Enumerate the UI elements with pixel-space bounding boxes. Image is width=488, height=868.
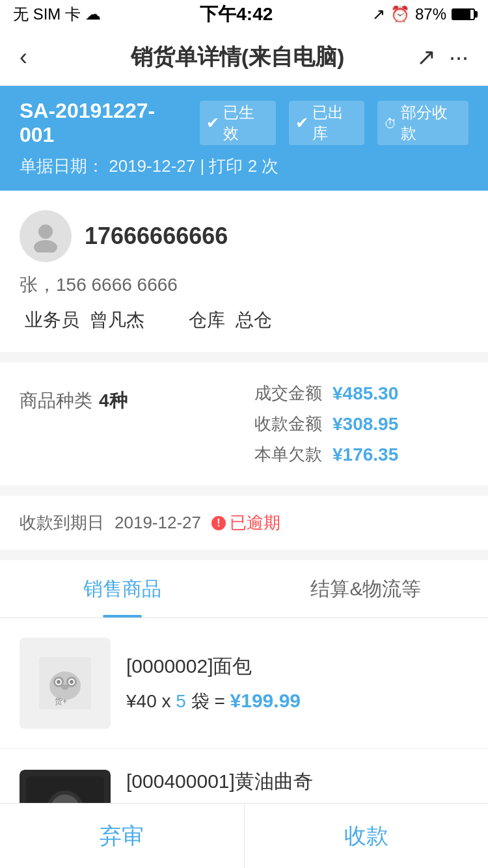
badge-activated: 已生效 — [200, 101, 275, 145]
customer-row: 17666666666 — [20, 210, 468, 262]
transaction-value: ¥485.30 — [332, 383, 398, 404]
product-types-label: 商品种类 — [20, 388, 92, 413]
customer-name-phone: 张，156 6666 6666 — [20, 273, 468, 297]
carrier-text: 无 SIM 卡 ☁ — [13, 4, 101, 25]
overdue-dot-icon: ! — [211, 516, 226, 530]
collect-payment-button[interactable]: 收款 — [245, 804, 489, 868]
product-code-2: [000400001] — [126, 770, 235, 792]
cancel-review-button[interactable]: 弃审 — [0, 804, 245, 868]
svg-text:货+: 货+ — [55, 697, 67, 706]
date-label: 单据日期： — [20, 156, 104, 176]
nav-actions: ↗ ··· — [416, 44, 468, 71]
svg-point-8 — [57, 680, 61, 684]
location-icon: ↗ — [372, 5, 385, 23]
transaction-label: 成交金额 — [244, 382, 322, 405]
due-date-label: 收款到期日 — [20, 511, 104, 534]
check-icon-1 — [206, 114, 219, 132]
status-right: ↗ ⏰ 87% — [372, 5, 475, 23]
received-label: 收款金额 — [244, 413, 322, 435]
header-banner: SA-20191227-001 已生效 已出库 部分收款 单据日期： 2019-… — [0, 86, 488, 191]
stats-section: 商品种类 4种 成交金额 ¥485.30 收款金额 ¥308.95 本单欠款 ¥… — [0, 362, 488, 485]
nav-bar: ‹ 销货单详情(来自电脑) ↗ ··· — [0, 29, 488, 86]
order-date: 2019-12-27 — [109, 156, 195, 176]
tab-sales[interactable]: 销售商品 — [0, 560, 244, 617]
header-date: 单据日期： 2019-12-27 | 打印 2 次 — [20, 155, 468, 178]
received-value: ¥308.95 — [332, 414, 398, 435]
customer-section: 17666666666 张，156 6666 6666 业务员 曾凡杰 仓库 总… — [0, 191, 488, 352]
print-suffix: 次 — [262, 156, 278, 176]
svg-point-9 — [70, 680, 74, 684]
product-name-1: [0000002]面包 — [126, 653, 468, 680]
back-button[interactable]: ‹ — [20, 44, 59, 71]
svg-point-1 — [34, 240, 57, 252]
due-date-value: 2019-12-27 — [115, 513, 201, 533]
tab-sales-label: 销售商品 — [83, 576, 161, 603]
total-1: ¥199.99 — [230, 690, 301, 711]
clock-icon — [384, 114, 397, 132]
svg-point-0 — [38, 224, 53, 239]
badge-activated-label: 已生效 — [223, 102, 269, 144]
unit-1: 袋 — [191, 691, 210, 711]
page-title: 销货单详情(来自电脑) — [59, 42, 416, 72]
badge-shipped: 已出库 — [289, 101, 364, 145]
equals-1: = — [214, 691, 230, 711]
financial-stats: 成交金额 ¥485.30 收款金额 ¥308.95 本单欠款 ¥176.35 — [244, 382, 468, 466]
tab-settlement[interactable]: 结算&物流等 — [244, 560, 488, 617]
overdue-badge: ! 已逾期 — [211, 511, 280, 534]
product-name-2: [000400001]黄油曲奇 — [126, 768, 468, 795]
customer-id: 17666666666 — [85, 223, 228, 250]
product-item: 货+ [0000002]面包 ¥40 x 5 袋 = ¥199.99 — [0, 618, 488, 749]
header-top: SA-20191227-001 已生效 已出库 部分收款 — [20, 99, 468, 147]
check-icon-2 — [295, 114, 308, 132]
tab-settlement-label: 结算&物流等 — [310, 576, 421, 603]
warehouse-label: 仓库 — [189, 310, 225, 330]
badge-shipped-label: 已出库 — [312, 102, 358, 144]
product-title-2: 黄油曲奇 — [235, 770, 313, 792]
product-price-1: ¥40 x 5 袋 = ¥199.99 — [126, 689, 468, 714]
product-types: 商品种类 4种 — [20, 382, 244, 413]
battery-icon — [452, 8, 475, 20]
salesman-label: 业务员 — [25, 310, 79, 330]
salesman-value: 曾凡杰 — [90, 310, 144, 330]
share-icon[interactable]: ↗ — [416, 44, 436, 71]
status-time: 下午4:42 — [200, 2, 273, 27]
debt-row: 本单欠款 ¥176.35 — [244, 443, 398, 466]
bottom-bar: 弃审 收款 — [0, 803, 488, 868]
product-types-value: 4种 — [99, 388, 128, 413]
warehouse-value: 总仓 — [236, 310, 272, 330]
badge-partial-label: 部分收款 — [401, 102, 462, 144]
debt-label: 本单欠款 — [244, 443, 322, 466]
price-base-1: ¥40 — [126, 691, 157, 711]
debt-value: ¥176.35 — [332, 444, 398, 465]
status-left: 无 SIM 卡 ☁ — [13, 4, 101, 25]
due-date-section: 收款到期日 2019-12-27 ! 已逾期 — [0, 496, 488, 550]
print-label: | 打印 — [200, 156, 243, 176]
overdue-label: 已逾期 — [230, 511, 280, 534]
avatar — [20, 210, 72, 262]
status-bar: 无 SIM 卡 ☁ 下午4:42 ↗ ⏰ 87% — [0, 0, 488, 29]
transaction-row: 成交金额 ¥485.30 — [244, 382, 398, 405]
multiply-1: x — [162, 691, 176, 711]
alarm-icon: ⏰ — [390, 5, 410, 23]
tabs-container: 销售商品 结算&物流等 — [0, 560, 488, 618]
badge-partial-payment: 部分收款 — [377, 101, 468, 145]
more-icon[interactable]: ··· — [449, 44, 468, 71]
print-count: 2 — [248, 156, 257, 176]
salesman-field: 业务员 曾凡杰 — [20, 308, 144, 332]
received-row: 收款金额 ¥308.95 — [244, 413, 398, 435]
warehouse-field: 仓库 总仓 — [183, 308, 272, 332]
product-info-1: [0000002]面包 ¥40 x 5 袋 = ¥199.99 — [126, 653, 468, 714]
product-code-1: [0000002] — [126, 655, 213, 677]
customer-meta: 业务员 曾凡杰 仓库 总仓 — [20, 308, 468, 332]
qty-1: 5 — [176, 691, 186, 711]
product-thumb-1: 货+ — [20, 638, 111, 729]
product-title-1: 面包 — [213, 655, 252, 677]
order-id: SA-20191227-001 — [20, 99, 187, 147]
svg-point-10 — [61, 685, 69, 690]
battery-text: 87% — [415, 5, 446, 23]
